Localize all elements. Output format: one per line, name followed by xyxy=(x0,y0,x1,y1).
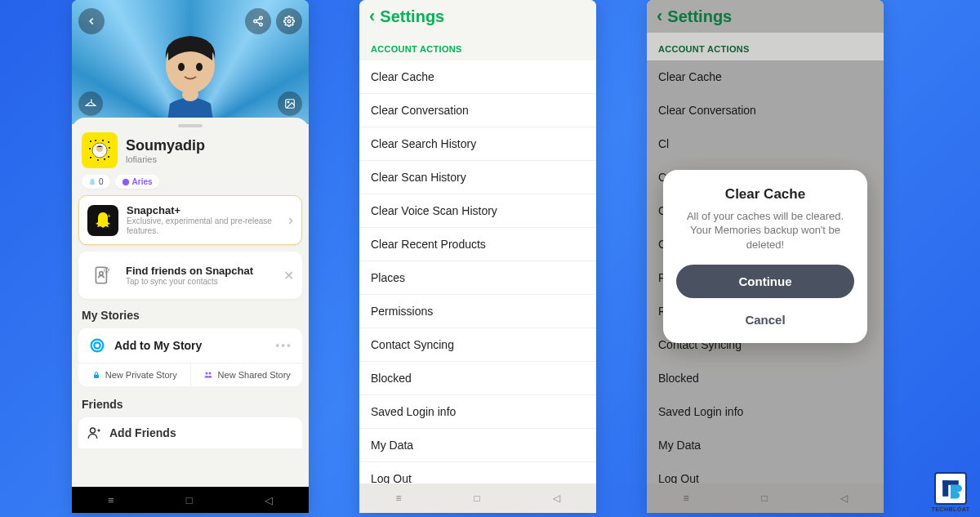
story-more-button[interactable]: ••• xyxy=(275,339,292,352)
new-private-story[interactable]: New Private Story xyxy=(78,363,191,386)
nav-recent[interactable]: ≡ xyxy=(108,494,114,506)
settings-header: ‹ Settings xyxy=(359,0,596,33)
android-navbar: ≡ □ ◁ xyxy=(359,484,596,513)
clear-cache-dialog: Clear Cache All of your caches will be c… xyxy=(663,170,867,344)
nav-home[interactable]: □ xyxy=(474,492,479,504)
profile-identity: Soumyadip lofiaries xyxy=(78,132,302,175)
phone-settings: ‹ Settings ACCOUNT ACTIONS Clear Cache C… xyxy=(359,0,596,513)
share-button[interactable] xyxy=(245,8,271,34)
bitmoji-avatar[interactable] xyxy=(145,26,235,124)
techbloat-logo-icon xyxy=(939,477,962,500)
add-to-my-story[interactable]: Add to My Story ••• xyxy=(78,328,302,363)
settings-item: Clear Conversation xyxy=(647,94,884,127)
nav-recent[interactable]: ≡ xyxy=(395,492,401,504)
back-button[interactable] xyxy=(78,8,105,34)
settings-back-button[interactable]: ‹ xyxy=(657,6,662,27)
snapcode[interactable] xyxy=(82,132,118,168)
plus-card-subtitle: Exclusive, experimental and pre-release … xyxy=(127,216,280,236)
snapcode-icon xyxy=(87,137,113,163)
settings-item-clear-search-history[interactable]: Clear Search History xyxy=(359,127,596,161)
gear-icon xyxy=(283,16,295,27)
zodiac-label: Aries xyxy=(132,177,153,186)
svg-point-10 xyxy=(196,63,203,71)
settings-item-clear-cache[interactable]: Clear Cache xyxy=(359,60,596,94)
find-friends-card[interactable]: Find friends on Snapchat Tap to sync you… xyxy=(78,252,302,299)
my-stories-heading: My Stories xyxy=(78,305,302,328)
settings-item-log-out[interactable]: Log Out xyxy=(359,462,596,484)
svg-point-9 xyxy=(178,63,185,71)
nav-recent[interactable]: ≡ xyxy=(683,492,688,504)
username: lofiaries xyxy=(126,154,205,164)
lock-icon xyxy=(91,370,101,380)
nav-home[interactable]: □ xyxy=(186,494,193,506)
svg-point-35 xyxy=(91,428,96,433)
background-button[interactable] xyxy=(278,91,302,116)
hanger-icon xyxy=(85,98,96,109)
nav-back[interactable]: ◁ xyxy=(265,494,273,506)
watermark-text: TECHBLOAT xyxy=(929,506,972,512)
add-friend-icon xyxy=(87,426,101,440)
snapchat-plus-icon: + xyxy=(87,205,118,236)
svg-point-18 xyxy=(108,141,109,143)
zodiac-chip[interactable]: Aries xyxy=(115,175,159,189)
chevron-right-icon: › xyxy=(288,212,293,229)
contacts-sync-icon xyxy=(91,265,113,286)
svg-point-0 xyxy=(260,16,263,20)
nav-back[interactable]: ◁ xyxy=(553,492,560,504)
nav-home[interactable]: □ xyxy=(761,492,767,504)
ghost-icon xyxy=(88,178,96,186)
svg-point-2 xyxy=(260,23,263,26)
dialog-title: Clear Cache xyxy=(676,186,854,203)
settings-item: Blocked xyxy=(647,362,884,395)
profile-sheet: Soumyadip lofiaries 0 Aries + xyxy=(72,118,309,487)
plus-card-title: Snapchat+ xyxy=(127,204,280,216)
find-friends-icon xyxy=(87,260,118,291)
svg-point-5 xyxy=(287,20,291,23)
dialog-cancel-button[interactable]: Cancel xyxy=(676,310,854,330)
settings-item-clear-voice-scan-history[interactable]: Clear Voice Scan History xyxy=(359,194,596,228)
stories-card: Add to My Story ••• New Private Story Ne… xyxy=(78,328,302,386)
settings-item-my-data[interactable]: My Data xyxy=(359,429,596,462)
settings-item: Log Out xyxy=(647,462,884,484)
settings-list[interactable]: ACCOUNT ACTIONS Clear Cache Clear Conver… xyxy=(359,33,596,484)
add-friends-row[interactable]: Add Friends xyxy=(78,417,302,448)
settings-item-saved-login-info[interactable]: Saved Login info xyxy=(359,395,596,429)
settings-item-places[interactable]: Places xyxy=(359,261,596,295)
dismiss-find-friends[interactable]: ✕ xyxy=(283,268,294,283)
watermark-logo xyxy=(934,472,967,505)
android-navbar: ≡ □ ◁ xyxy=(647,484,884,513)
svg-text:+: + xyxy=(107,212,111,220)
snap-score-chip[interactable]: 0 xyxy=(82,175,110,189)
sheet-handle[interactable] xyxy=(178,124,203,127)
settings-item-clear-scan-history[interactable]: Clear Scan History xyxy=(359,161,596,194)
settings-item-contact-syncing[interactable]: Contact Syncing xyxy=(359,328,596,362)
profile-hero xyxy=(72,0,309,124)
settings-back-button[interactable]: ‹ xyxy=(369,6,375,27)
dialog-continue-button[interactable]: Continue xyxy=(676,265,854,298)
settings-item-permissions[interactable]: Permissions xyxy=(359,295,596,328)
profile-topbar xyxy=(72,8,309,34)
image-icon xyxy=(284,98,296,109)
svg-point-15 xyxy=(90,140,91,142)
find-friends-subtitle: Tap to sync your contacts xyxy=(126,277,275,287)
outfit-button[interactable] xyxy=(78,91,103,116)
dialog-message: All of your caches will be cleared. Your… xyxy=(676,209,854,252)
svg-point-24 xyxy=(108,156,109,158)
new-shared-story[interactable]: New Shared Story xyxy=(191,363,303,386)
svg-point-16 xyxy=(95,140,96,141)
watermark: TECHBLOAT xyxy=(929,472,972,512)
settings-item-clear-recent-products[interactable]: Clear Recent Products xyxy=(359,228,596,261)
svg-point-1 xyxy=(254,20,257,23)
snap-score-value: 0 xyxy=(99,177,104,186)
settings-item-blocked[interactable]: Blocked xyxy=(359,362,596,395)
snapchat-plus-card[interactable]: + Snapchat+ Exclusive, experimental and … xyxy=(78,195,302,245)
private-story-label: New Private Story xyxy=(105,370,177,380)
settings-button[interactable] xyxy=(276,8,302,34)
settings-item: My Data xyxy=(647,429,884,462)
svg-point-28 xyxy=(100,272,103,275)
svg-point-31 xyxy=(94,342,100,348)
aries-icon xyxy=(122,178,130,186)
settings-item-clear-conversation[interactable]: Clear Conversation xyxy=(359,94,596,127)
svg-point-23 xyxy=(104,158,105,160)
nav-back[interactable]: ◁ xyxy=(840,492,848,504)
